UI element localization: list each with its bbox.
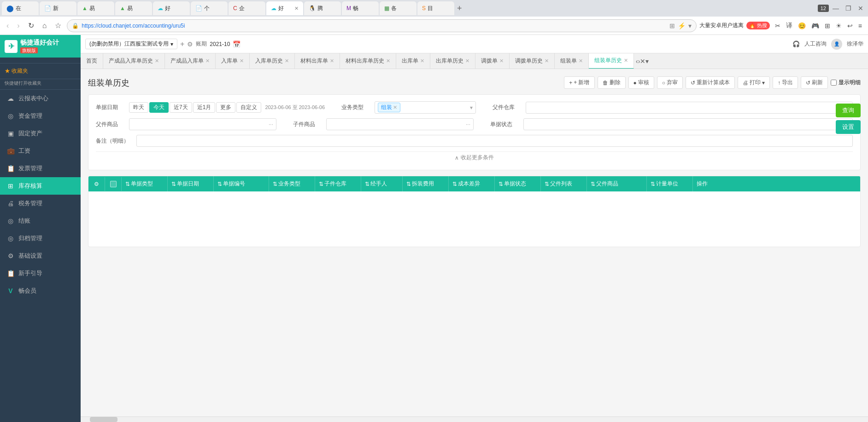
page-tab-close-in-hist[interactable]: ✕ (285, 58, 289, 64)
sidebar-favorite[interactable]: ★ 收藏夹 (0, 64, 81, 79)
page-tab-home[interactable]: 首页 (81, 53, 103, 69)
tab-t6[interactable]: 📄 个 (191, 1, 228, 15)
minimize-button[interactable]: — (830, 5, 842, 12)
menu-button[interactable]: ≡ (856, 21, 864, 31)
sidebar-item-cloud-report[interactable]: ☁ 云报表中心 (0, 90, 81, 107)
horizontal-scrollbar[interactable] (81, 416, 868, 422)
th-parent-list[interactable]: ⇅ 父件列表 (541, 176, 587, 191)
page-tab-out-hist[interactable]: 出库单历史 ✕ (430, 53, 475, 69)
refresh-button[interactable]: ↺ 刷新 (801, 76, 828, 89)
show-detail-checkbox[interactable] (831, 80, 837, 86)
sidebar-item-tax[interactable]: 🖨 税务管理 (0, 195, 81, 212)
consult-label[interactable]: 人工咨询 (804, 40, 827, 48)
th-unit[interactable]: ⇅ 计量单位 (647, 176, 693, 191)
settings-query-button[interactable]: 设置 (836, 120, 861, 134)
date-btn-today[interactable]: 今天 (149, 102, 169, 113)
sidebar-item-member[interactable]: V 畅会员 (0, 282, 81, 300)
delete-button[interactable]: 🗑 删除 (598, 76, 626, 89)
emoji-tool[interactable]: 😊 (796, 21, 808, 31)
maximize-button[interactable]: ❐ (843, 5, 854, 12)
page-tab-close-assemble[interactable]: ✕ (499, 58, 504, 64)
sidebar-item-guide[interactable]: 📋 新手引导 (0, 265, 81, 282)
th-order-type[interactable]: ⇅ 单据类型 (122, 176, 168, 191)
game-tool[interactable]: 🎮 (809, 21, 821, 31)
th-cost-diff[interactable]: ⇅ 成本差异 (449, 176, 495, 191)
date-btn-7days[interactable]: 近7天 (170, 102, 192, 113)
sidebar-item-inventory[interactable]: ⊞ 库存核算 (0, 177, 81, 195)
sun-tool[interactable]: ☀ (833, 21, 844, 31)
th-parent-goods[interactable]: ⇅ 父件商品 (587, 176, 647, 191)
page-tab-close-out-hist[interactable]: ✕ (465, 58, 469, 64)
add-company-button[interactable]: + (180, 40, 184, 48)
tab-close-all[interactable]: ✕ (640, 58, 645, 65)
page-tab-close-prod-in[interactable]: ✕ (205, 58, 210, 64)
date-btn-more[interactable]: 更多 (216, 102, 235, 113)
th-order-status[interactable]: ⇅ 单据状态 (495, 176, 541, 191)
th-order-no[interactable]: ⇅ 单据编号 (214, 176, 269, 191)
new-tab-button[interactable]: + (455, 4, 464, 13)
tab-t9[interactable]: 🐧 腾 (304, 1, 341, 15)
child-goods-input[interactable]: ··· (326, 118, 474, 130)
th-handler[interactable]: ⇅ 经手人 (361, 176, 403, 191)
tab-t2[interactable]: 📄 新 (40, 1, 76, 15)
tab-t7[interactable]: C 企 (229, 1, 265, 15)
tab-t3[interactable]: ▲ 易 (77, 1, 114, 15)
collapse-button[interactable]: ∧ 收起更多条件 (96, 151, 853, 163)
tab-more-menu[interactable]: ▾ (645, 58, 649, 65)
abandon-button[interactable]: ○ 弃审 (657, 76, 683, 89)
scrollbar-thumb[interactable] (90, 417, 117, 422)
parent-warehouse-input[interactable]: ··· ▾ (526, 102, 853, 114)
sidebar-item-settle[interactable]: ◎ 结账 (0, 212, 81, 230)
home-button[interactable]: ⌂ (40, 21, 50, 31)
tab-t11[interactable]: ▦ 各 (380, 1, 416, 15)
page-tab-in-hist[interactable]: 入库单历史 ✕ (250, 53, 295, 69)
sidebar-item-archive[interactable]: ◎ 归档管理 (0, 230, 81, 247)
page-tab-out[interactable]: 出库单 ✕ (396, 53, 430, 69)
page-tab-close-in-order[interactable]: ✕ (240, 58, 244, 64)
scissors-tool[interactable]: ✂ (773, 21, 783, 31)
th-settings[interactable]: ⚙ (88, 177, 105, 191)
tab-t5[interactable]: ☁ 好 (153, 1, 190, 15)
tab-t8[interactable]: ☁ 好 ✕ (266, 1, 303, 15)
company-selector[interactable]: (勿删勿禁用）江西服宝测试专用 ▾ (85, 39, 177, 49)
page-tab-close-kit[interactable]: ✕ (579, 58, 583, 64)
page-tab-prod-in-hist[interactable]: 产成品入库单历史 ✕ (103, 53, 165, 69)
page-tab-in-order[interactable]: 入库单 ✕ (216, 53, 250, 69)
reload-button[interactable]: ↻ (25, 20, 37, 31)
page-tab-close-mat-out[interactable]: ✕ (330, 58, 334, 64)
page-tab-kit[interactable]: 组装单 ✕ (555, 53, 589, 69)
page-tab-assemble-hist[interactable]: 调拨单历史 ✕ (510, 53, 555, 69)
sidebar-item-basic[interactable]: ⚙ 基础设置 (0, 247, 81, 265)
export-button[interactable]: ↑ 导出 (773, 76, 798, 89)
th-disassemble-fee[interactable]: ⇅ 拆装费用 (403, 176, 449, 191)
print-button[interactable]: 🖨 打印 ▾ (738, 76, 770, 89)
approve-button[interactable]: ● 审核 (628, 76, 654, 89)
page-tab-close-kit-hist[interactable]: ✕ (624, 58, 628, 64)
add-button[interactable]: + + 新增 (564, 76, 594, 89)
undo-tool[interactable]: ↩ (845, 21, 855, 31)
page-tab-close-prod-in-hist[interactable]: ✕ (155, 58, 159, 64)
sidebar-item-fund[interactable]: ◎ 资金管理 (0, 107, 81, 125)
page-tab-kit-hist[interactable]: 组装单历史 ✕ (589, 53, 634, 69)
page-tab-close-assemble-hist[interactable]: ✕ (545, 58, 549, 64)
th-biz-type[interactable]: ⇅ 业务类型 (269, 176, 315, 191)
sidebar-item-salary[interactable]: 💼 工资 (0, 142, 81, 160)
page-tab-close-out[interactable]: ✕ (420, 58, 424, 64)
sidebar-item-fixed-assets[interactable]: ▣ 固定资产 (0, 125, 81, 142)
close-button[interactable]: ✕ (855, 5, 866, 12)
sidebar-item-invoice[interactable]: 📋 发票管理 (0, 160, 81, 177)
tab-t4[interactable]: ▲ 易 (115, 1, 152, 15)
query-button[interactable]: 查询 (836, 104, 861, 117)
remark-input[interactable] (136, 135, 853, 147)
order-status-select[interactable]: ▾ (523, 118, 853, 130)
parent-goods-dots[interactable]: ··· (269, 121, 273, 127)
page-tab-assemble[interactable]: 调拨单 ✕ (475, 53, 510, 69)
back-button[interactable]: ‹ (4, 21, 12, 31)
tab-t12[interactable]: S 目 (417, 1, 454, 15)
page-tab-mat-out[interactable]: 材料出库单 ✕ (295, 53, 340, 69)
header-checkbox[interactable] (110, 181, 117, 187)
recalc-button[interactable]: ↺ 重新计算成本 (686, 76, 735, 89)
child-goods-dots[interactable]: ··· (466, 121, 470, 127)
biz-type-input[interactable]: 组装 ✕ ▾ (375, 101, 476, 114)
page-tab-close-mat-out-hist[interactable]: ✕ (386, 58, 390, 64)
